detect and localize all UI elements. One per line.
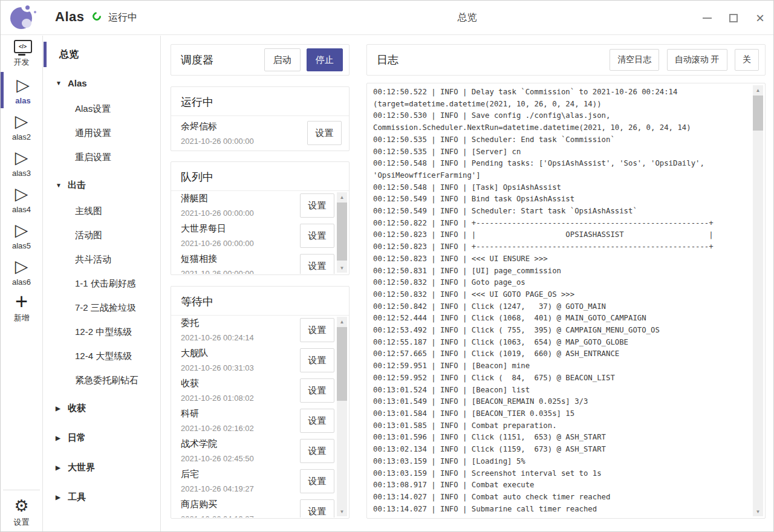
status-label: 运行中: [108, 11, 137, 24]
maximize-button[interactable]: [720, 1, 747, 35]
rail-item[interactable]: 新增: [1, 290, 42, 326]
menu-item[interactable]: 重启设置: [44, 145, 160, 169]
task-settings-button[interactable]: 设置: [300, 193, 334, 218]
menu-item-label: 紧急委托刷钻石: [75, 375, 138, 386]
queued-task-list: 潜艇图 2021-10-26 00:00:00 设置 大世界每日 2021-10…: [171, 190, 349, 274]
scroll-down-icon[interactable]: ▼: [753, 507, 763, 516]
task-settings-button[interactable]: 设置: [300, 439, 334, 463]
rail-item[interactable]: alas4: [1, 181, 42, 217]
task-settings-button[interactable]: 设置: [300, 224, 334, 248]
menu-item[interactable]: 7-2 三战捡垃圾: [44, 296, 160, 320]
scrollbar-thumb[interactable]: [753, 96, 763, 131]
log-line: 00:12:50.548 | INFO | [Task] OpsiAshAssi…: [373, 182, 752, 194]
rail-item-icon: [15, 221, 28, 240]
menu-item[interactable]: 总览: [44, 42, 160, 67]
instance-rail: 开发 alas alas2 alas3: [1, 36, 43, 531]
log-line: 00:13:03.159 | INFO | [Loading] 5%: [373, 456, 752, 468]
log-line: 00:13:03.159 | INFO | Screenshot interva…: [373, 468, 752, 480]
menu-item[interactable]: Alas: [44, 70, 160, 97]
menu-item[interactable]: 共斗活动: [44, 247, 160, 271]
task-settings-button[interactable]: 设置: [307, 121, 342, 145]
task-name: 收获: [181, 378, 288, 389]
task-row: 短猫相接 2021-10-26 00:00:00 设置: [171, 251, 349, 274]
task-settings-button[interactable]: 设置: [300, 378, 334, 403]
menu-item[interactable]: 大世界: [44, 454, 160, 481]
rail-item-settings[interactable]: 设置: [1, 494, 42, 530]
clear-log-button[interactable]: 清空日志: [610, 49, 659, 71]
running-section: 运行中 余烬信标 2021-10-26 00:00:00 设置: [171, 86, 350, 151]
log-line: 00:12:50.530 | INFO | Save config ./conf…: [373, 110, 752, 122]
menu-item[interactable]: 工具: [44, 484, 160, 511]
autoscroll-off-button[interactable]: 关: [735, 49, 759, 71]
scroll-up-icon[interactable]: ▲: [753, 85, 763, 95]
scrollbar-thumb[interactable]: [337, 203, 347, 261]
nav-menu: 总览 Alas Alas设置 通用设置 重启设置: [44, 36, 161, 531]
task-settings-button[interactable]: 设置: [300, 348, 334, 372]
task-row: 委托 2021-10-26 00:24:14 设置: [171, 315, 349, 345]
menu-item[interactable]: 1-1 伏击刷好感: [44, 271, 160, 296]
log-output: 00:12:50.522 | INFO | Delay task `Commis…: [367, 83, 752, 518]
rail-item[interactable]: 开发: [1, 36, 42, 72]
close-button[interactable]: ×: [747, 1, 773, 35]
window-controls: ×: [694, 1, 773, 35]
rail-item[interactable]: alas3: [1, 144, 42, 181]
task-name: 大世界每日: [181, 223, 288, 235]
task-next-run-time: 2021-10-26 00:00:00: [181, 209, 288, 218]
queued-title: 队列中: [181, 171, 213, 183]
log-panel-header: 日志 清空日志 自动滚动 开 关: [366, 44, 766, 76]
menu-item[interactable]: 主线图: [44, 199, 160, 223]
task-row: 大舰队 2021-10-26 00:31:03 设置: [171, 345, 349, 375]
log-line: 00:13:01.549 | INFO | [BEACON_REMAIN 0.0…: [373, 396, 752, 408]
task-settings-button[interactable]: 设置: [300, 318, 334, 342]
autoscroll-on-button[interactable]: 自动滚动 开: [667, 49, 727, 71]
close-icon: ×: [756, 11, 764, 25]
log-line: 'OpsiMeowfficerFarming']: [373, 170, 752, 182]
menu-item[interactable]: 紧急委托刷钻石: [44, 368, 160, 392]
menu-item[interactable]: 活动图: [44, 223, 160, 247]
menu-item-label: 工具: [68, 491, 86, 503]
task-next-run-time: 2021-10-26 02:45:50: [181, 454, 288, 463]
menu-item-label: 7-2 三战捡垃圾: [75, 302, 136, 314]
rail-item[interactable]: alas6: [1, 253, 42, 290]
rail-item-icon: [15, 112, 28, 131]
menu-item[interactable]: 12-2 中型练级: [44, 320, 160, 344]
scheduler-panel: 调度器 启动 停止: [171, 44, 350, 76]
log-line: 00:13:01.596 | INFO | Click (1151, 653) …: [373, 432, 752, 444]
log-scrollbar[interactable]: ▲ ▼: [753, 85, 763, 516]
start-button[interactable]: 启动: [264, 48, 301, 71]
rail-item[interactable]: alas: [1, 72, 42, 108]
task-settings-button[interactable]: 设置: [300, 469, 334, 493]
menu-item[interactable]: 12-4 大型练级: [44, 344, 160, 368]
menu-item[interactable]: 出击: [44, 172, 160, 199]
task-settings-button[interactable]: 设置: [300, 499, 334, 517]
rail-item-label: alas: [15, 96, 30, 105]
menu-item-label: 大世界: [68, 462, 95, 473]
log-line: 00:12:50.842 | INFO | Click (1247, 37) @…: [373, 301, 752, 313]
group-arrow-icon: [56, 80, 68, 86]
log-line: 00:12:57.665 | INFO | Click (1019, 660) …: [373, 348, 752, 360]
menu-item[interactable]: 通用设置: [44, 121, 160, 145]
minimize-button[interactable]: [694, 1, 720, 35]
rail-item[interactable]: alas2: [1, 108, 42, 144]
queued-scrollbar[interactable]: ▲ ▼: [337, 192, 347, 273]
log-line: 00:13:14.027 | INFO | Submarine call tim…: [373, 504, 752, 516]
task-settings-button[interactable]: 设置: [300, 254, 334, 274]
stop-button[interactable]: 停止: [307, 48, 343, 71]
scroll-down-icon[interactable]: ▼: [337, 507, 347, 516]
scrollbar-thumb[interactable]: [337, 327, 347, 401]
task-row: 科研 2021-10-26 02:16:02 设置: [171, 406, 349, 436]
waiting-scrollbar[interactable]: ▲ ▼: [337, 317, 347, 516]
rail-item-icon: [15, 184, 28, 204]
menu-item[interactable]: Alas设置: [44, 97, 160, 121]
menu-item-label: 12-2 中型练级: [75, 326, 132, 338]
task-settings-button[interactable]: 设置: [300, 409, 334, 433]
queued-section: 队列中 潜艇图 2021-10-26 00:00:00 设置 大世界每日 202…: [171, 161, 350, 275]
scroll-down-icon[interactable]: ▼: [337, 263, 347, 273]
scroll-up-icon[interactable]: ▲: [337, 317, 347, 326]
rail-item-label: 新增: [14, 313, 30, 323]
rail-item[interactable]: alas5: [1, 217, 42, 253]
scroll-up-icon[interactable]: ▲: [337, 192, 347, 202]
menu-item[interactable]: 收获: [44, 395, 160, 422]
menu-item[interactable]: 日常: [44, 424, 160, 452]
menu-item-label: 主线图: [75, 206, 102, 217]
